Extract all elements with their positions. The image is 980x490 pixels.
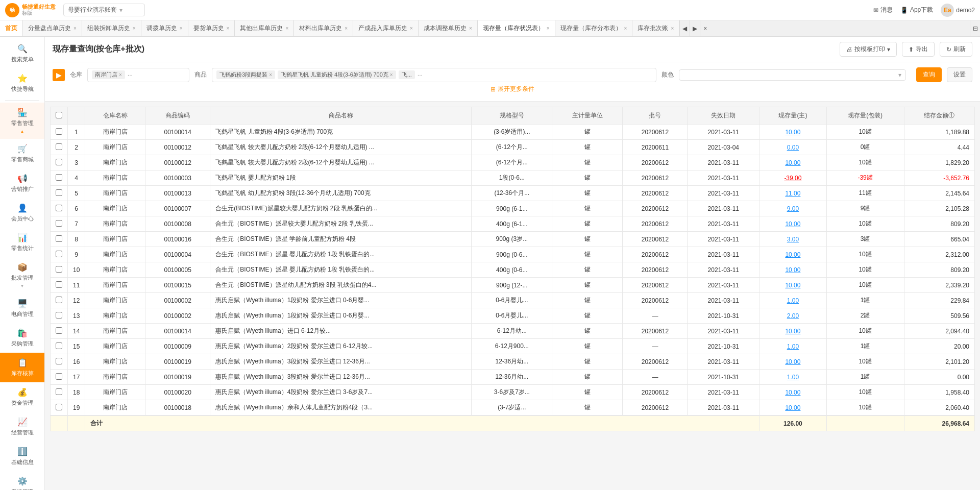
row-checkbox[interactable] bbox=[51, 186, 68, 201]
tab-close-other-out[interactable]: × bbox=[285, 26, 288, 31]
row-stock-main[interactable]: 10.00 bbox=[760, 216, 826, 232]
tab-close-stock-dist[interactable]: × bbox=[624, 26, 627, 31]
color-filter-group[interactable]: ▾ bbox=[679, 69, 906, 81]
tab-other-out[interactable]: 其他出库单历史 × bbox=[235, 20, 294, 37]
sidebar-item-finance[interactable]: 💰 资金管理 bbox=[0, 382, 44, 412]
row-checkbox[interactable] bbox=[51, 339, 68, 354]
tab-close-material-out[interactable]: × bbox=[345, 26, 348, 31]
tab-cost-adjust[interactable]: 成本调整单历史 × bbox=[419, 20, 478, 37]
tab-batch[interactable]: 库存批次账 × bbox=[632, 20, 679, 37]
stock-main-link[interactable]: 1.00 bbox=[787, 374, 799, 381]
row-stock-main[interactable]: -39.00 bbox=[760, 170, 826, 186]
tab-transfer[interactable]: 调拨单历史 × bbox=[141, 20, 188, 37]
sidebar-item-member[interactable]: 👤 会员中心 bbox=[0, 198, 44, 228]
row-checkbox[interactable] bbox=[51, 354, 68, 370]
sidebar-item-purchase[interactable]: 🛍️ 采购管理 bbox=[0, 323, 44, 353]
stock-main-link[interactable]: 10.00 bbox=[785, 358, 800, 365]
row-stock-main[interactable]: 10.00 bbox=[760, 247, 826, 262]
stock-main-link[interactable]: 10.00 bbox=[785, 251, 800, 258]
row-checkbox[interactable] bbox=[51, 247, 68, 262]
row-stock-main[interactable]: 1.00 bbox=[760, 293, 826, 308]
tab-close-requisition[interactable]: × bbox=[227, 26, 230, 31]
stock-main-link[interactable]: 3.00 bbox=[787, 236, 799, 243]
stock-main-link[interactable]: 10.00 bbox=[785, 159, 800, 166]
stock-main-link[interactable]: 2.00 bbox=[787, 312, 799, 320]
row-checkbox[interactable] bbox=[51, 370, 68, 385]
tab-close-product-in[interactable]: × bbox=[410, 26, 413, 31]
sidebar-item-retail[interactable]: 🏪 零售管理 ▲ bbox=[0, 103, 44, 139]
stock-main-link[interactable]: 10.00 bbox=[785, 328, 800, 335]
tab-close-batch[interactable]: × bbox=[671, 26, 674, 31]
row-stock-main[interactable]: 10.00 bbox=[760, 385, 826, 400]
tab-next-button[interactable]: ▶ bbox=[690, 20, 700, 37]
user-menu[interactable]: Ea demo2 bbox=[941, 4, 975, 17]
sidebar-item-ecommerce[interactable]: 🖥️ 电商管理 bbox=[0, 293, 44, 323]
stock-main-link[interactable]: 10.00 bbox=[785, 404, 800, 411]
tab-close-all-button[interactable]: × bbox=[700, 20, 710, 37]
settings-button[interactable]: 设置 bbox=[947, 67, 972, 82]
stock-main-link[interactable]: -39.00 bbox=[784, 175, 801, 182]
row-stock-main[interactable]: 10.00 bbox=[760, 400, 826, 416]
sidebar-item-marketing[interactable]: 📢 营销推广 bbox=[0, 168, 44, 198]
expand-more-button[interactable]: ⊞ 展开更多条件 bbox=[53, 82, 972, 96]
row-stock-main[interactable]: 10.00 bbox=[760, 354, 826, 370]
row-stock-main[interactable]: 10.00 bbox=[760, 262, 826, 278]
tab-material-out[interactable]: 材料出库单历史 × bbox=[294, 20, 353, 37]
stock-main-link[interactable]: 0.00 bbox=[787, 144, 799, 151]
tab-close-split-inventory[interactable]: × bbox=[74, 26, 77, 31]
select-all-checkbox[interactable] bbox=[56, 112, 62, 118]
tab-stock-dist[interactable]: 现存量（库存分布表） × bbox=[555, 20, 633, 37]
row-checkbox[interactable] bbox=[51, 140, 68, 155]
row-stock-main[interactable]: 3.00 bbox=[760, 232, 826, 247]
warehouse-tag-remove[interactable]: × bbox=[119, 72, 122, 78]
row-checkbox[interactable] bbox=[51, 170, 68, 186]
row-stock-main[interactable]: 0.00 bbox=[760, 140, 826, 155]
sidebar-item-basic[interactable]: ℹ️ 基础信息 bbox=[0, 442, 44, 471]
product-tag-2-remove[interactable]: × bbox=[390, 72, 393, 78]
row-stock-main[interactable]: 10.00 bbox=[760, 125, 826, 140]
row-stock-main[interactable]: 9.00 bbox=[760, 201, 826, 216]
app-download-button[interactable]: 📱 App下载 bbox=[900, 6, 933, 14]
row-stock-main[interactable]: 10.00 bbox=[760, 155, 826, 170]
row-stock-main[interactable]: 1.00 bbox=[760, 339, 826, 354]
row-checkbox[interactable] bbox=[51, 400, 68, 416]
stock-main-link[interactable]: 10.00 bbox=[785, 282, 800, 289]
sidebar-item-retail-mall[interactable]: 🛒 零售商城 bbox=[0, 139, 44, 168]
row-stock-main[interactable]: 10.00 bbox=[760, 324, 826, 339]
stock-main-link[interactable]: 10.00 bbox=[785, 129, 800, 136]
tab-menu-button[interactable]: ⊟ bbox=[970, 20, 980, 37]
stock-main-link[interactable]: 11.00 bbox=[785, 190, 800, 197]
row-checkbox[interactable] bbox=[51, 324, 68, 339]
tab-requisition[interactable]: 要货单历史 × bbox=[188, 20, 235, 37]
tab-close-disassemble[interactable]: × bbox=[133, 26, 136, 31]
stock-main-link[interactable]: 9.00 bbox=[787, 205, 799, 212]
tab-stock-status[interactable]: 现存量（库存状况表） × bbox=[478, 20, 555, 37]
row-stock-main[interactable]: 10.00 bbox=[760, 278, 826, 293]
tab-prev-button[interactable]: ◀ bbox=[679, 20, 690, 37]
warehouse-more[interactable]: ··· bbox=[128, 71, 133, 79]
row-stock-main[interactable]: 11.00 bbox=[760, 186, 826, 201]
sidebar-item-retail-stats[interactable]: 📊 零售统计 bbox=[0, 228, 44, 257]
tab-close-cost-adjust[interactable]: × bbox=[469, 26, 472, 31]
row-checkbox[interactable] bbox=[51, 385, 68, 400]
message-button[interactable]: ✉ 消息 bbox=[873, 6, 893, 14]
product-more[interactable]: ··· bbox=[418, 71, 423, 79]
product-tag-1-remove[interactable]: × bbox=[269, 72, 272, 78]
stock-main-link[interactable]: 1.00 bbox=[787, 343, 799, 350]
row-checkbox[interactable] bbox=[51, 293, 68, 308]
tab-product-in[interactable]: 产成品入库单历史 × bbox=[353, 20, 419, 37]
stock-main-link[interactable]: 10.00 bbox=[785, 220, 800, 228]
row-checkbox[interactable] bbox=[51, 262, 68, 278]
filter-collapse-button[interactable]: ▶ bbox=[53, 69, 65, 81]
refresh-button[interactable]: ↻ 刷新 bbox=[940, 42, 972, 57]
sidebar-item-stock[interactable]: 📋 库存核算 bbox=[0, 353, 44, 382]
row-checkbox[interactable] bbox=[51, 232, 68, 247]
product-filter-group[interactable]: 飞鹤奶粉3段两提装 × 飞鹤星飞帆 儿童奶粉 4段(3-6岁适用) 700克 ×… bbox=[212, 68, 656, 82]
sidebar-item-system[interactable]: ⚙️ 系统管理 bbox=[0, 471, 44, 490]
sidebar-item-search[interactable]: 🔍 搜索菜单 bbox=[0, 39, 44, 68]
search-button[interactable]: 查询 bbox=[916, 67, 942, 82]
tab-disassemble[interactable]: 组装拆卸单历史 × bbox=[82, 20, 141, 37]
sidebar-item-operation[interactable]: 📈 经营管理 bbox=[0, 412, 44, 442]
row-checkbox[interactable] bbox=[51, 216, 68, 232]
row-checkbox[interactable] bbox=[51, 201, 68, 216]
